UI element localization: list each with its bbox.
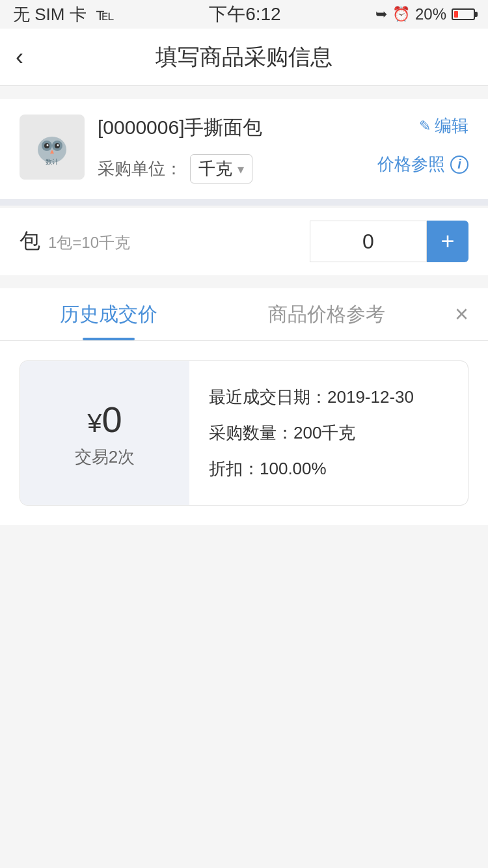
status-left: 无 SIM 卡 ℡ — [13, 3, 115, 26]
product-thumbnail: 数计 — [20, 115, 85, 180]
product-card: 数计 [0000006]手撕面包 采购单位： 千克 ▾ ✎ 编辑 — [0, 99, 488, 199]
edit-button[interactable]: ✎ 编辑 — [419, 115, 468, 137]
tab-header: 历史成交价 商品价格参考 × — [0, 288, 488, 341]
tab-price-reference[interactable]: 商品价格参考 — [217, 288, 435, 340]
battery-icon — [452, 8, 475, 20]
status-time: 下午6:12 — [209, 2, 281, 27]
qty-input-group: + — [310, 221, 468, 262]
price-amount: ¥0 — [87, 398, 122, 441]
wifi-icon: ℡ — [96, 5, 115, 24]
plus-icon: + — [441, 228, 454, 255]
recent-date-value: 2019-12-30 — [327, 387, 414, 407]
tab-history-price-label: 历史成交价 — [60, 301, 157, 328]
product-info: [0000006]手撕面包 采购单位： 千克 ▾ — [98, 115, 262, 183]
edit-icon: ✎ — [419, 118, 431, 135]
purchase-qty-label: 采购数量： — [209, 423, 293, 442]
price-ref-button[interactable]: 价格参照 — [377, 153, 445, 176]
tab-close-button[interactable]: × — [435, 301, 488, 328]
price-ref-row: 价格参照 i — [377, 153, 468, 176]
product-unit-row: 采购单位： 千克 ▾ — [98, 154, 262, 183]
status-bar: 无 SIM 卡 ℡ 下午6:12 ➥ ⏰ 20% — [0, 0, 488, 29]
product-name: [0000006]手撕面包 — [98, 115, 262, 141]
qty-label-group: 包 1包=10千克 — [20, 227, 130, 256]
discount-row: 折扣：100.00% — [209, 456, 448, 481]
nav-bar: ‹ 填写商品采购信息 — [0, 29, 488, 86]
svg-point-5 — [47, 144, 49, 146]
back-button[interactable]: ‹ — [16, 44, 23, 71]
product-left: 数计 [0000006]手撕面包 采购单位： 千克 ▾ — [20, 115, 262, 183]
price-card-left: ¥0 交易2次 — [20, 361, 189, 505]
sim-label: 无 SIM 卡 — [13, 5, 87, 24]
unit-value: 千克 — [198, 157, 232, 180]
quantity-row: 包 1包=10千克 + — [0, 207, 488, 275]
edit-label: 编辑 — [435, 115, 468, 137]
svg-point-6 — [57, 144, 59, 146]
tab-panel: 历史成交价 商品价格参考 × ¥0 交易2次 最近成交日期：2019-12-30 — [0, 288, 488, 525]
location-icon: ➥ — [375, 6, 387, 23]
product-logo-icon: 数计 — [33, 128, 72, 167]
product-header: 数计 [0000006]手撕面包 采购单位： 千克 ▾ ✎ 编辑 — [20, 115, 468, 183]
chevron-down-icon: ▾ — [237, 161, 244, 177]
purchase-qty-value: 200千克 — [293, 423, 355, 442]
discount-label: 折扣： — [209, 459, 260, 478]
recent-date-row: 最近成交日期：2019-12-30 — [209, 385, 448, 410]
divider — [0, 199, 488, 206]
qty-conversion: 1包=10千克 — [48, 232, 130, 253]
tab-history-price[interactable]: 历史成交价 — [0, 288, 217, 340]
qty-plus-button[interactable]: + — [427, 221, 468, 262]
page-title: 填写商品采购信息 — [156, 42, 332, 72]
tab-price-reference-label: 商品价格参考 — [268, 301, 385, 328]
price-card: ¥0 交易2次 最近成交日期：2019-12-30 采购数量：200千克 折扣：… — [20, 360, 468, 506]
status-right: ➥ ⏰ 20% — [375, 5, 475, 23]
purchase-qty-row: 采购数量：200千克 — [209, 420, 448, 446]
unit-select[interactable]: 千克 ▾ — [190, 154, 252, 183]
product-right-actions: ✎ 编辑 价格参照 i — [377, 115, 468, 176]
info-icon[interactable]: i — [450, 156, 468, 174]
unit-label: 采购单位： — [98, 157, 182, 180]
qty-unit: 包 — [20, 227, 40, 256]
price-card-right: 最近成交日期：2019-12-30 采购数量：200千克 折扣：100.00% — [189, 361, 468, 505]
alarm-icon: ⏰ — [392, 6, 410, 23]
recent-date-label: 最近成交日期： — [209, 387, 327, 407]
tab-content: ¥0 交易2次 最近成交日期：2019-12-30 采购数量：200千克 折扣：… — [0, 341, 488, 525]
battery-percent: 20% — [415, 5, 446, 23]
svg-text:数计: 数计 — [46, 158, 59, 165]
currency-symbol: ¥ — [87, 409, 102, 437]
page-background — [0, 525, 488, 868]
price-value: 0 — [102, 399, 122, 440]
discount-value: 100.00% — [260, 459, 327, 478]
price-times: 交易2次 — [75, 446, 135, 468]
qty-input[interactable] — [310, 221, 427, 262]
